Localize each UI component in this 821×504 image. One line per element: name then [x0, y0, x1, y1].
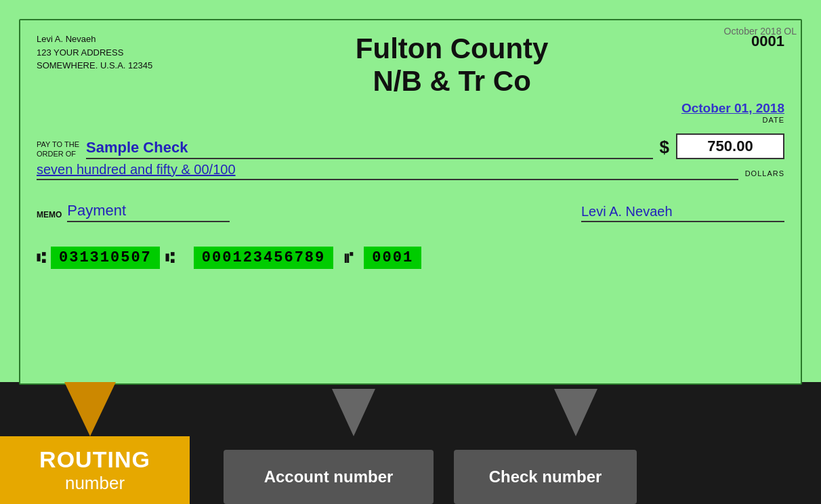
ol-label: October 2018 OL — [724, 26, 797, 37]
amount-box: 750.00 — [676, 133, 784, 159]
memo-label: MEMO — [37, 210, 62, 219]
micr-open-symbol: ⑆ — [37, 249, 45, 266]
date-value: October 01, 2018 — [681, 101, 784, 116]
pay-to-order-row: PAY TO THE ORDER OF Sample Check $ 750.0… — [37, 133, 784, 159]
routing-label-top: ROUTING — [39, 446, 150, 473]
written-amount-row: seven hundred and fifty & 00/100 DOLLARS — [37, 162, 784, 180]
micr-separator1 — [182, 251, 186, 265]
micr-account: 000123456789 — [194, 247, 333, 269]
routing-arrow — [64, 382, 116, 436]
signature-section: Levi A. Nevaeh — [581, 204, 784, 222]
routing-label-box: ROUTING number — [0, 436, 190, 504]
micr-row: ⑆ 031310507 ⑆ 000123456789 ⑈ 0001 — [37, 247, 784, 269]
holder-address1: 123 YOUR ADDRESS — [37, 46, 152, 60]
routing-label-bottom: number — [65, 473, 125, 494]
bottom-section: ROUTING number Account number Check numb… — [0, 379, 821, 504]
check-number-label-box: Check number — [454, 450, 637, 504]
written-amount: seven hundred and fifty & 00/100 — [37, 162, 738, 180]
signature-value: Levi A. Nevaeh — [581, 204, 673, 219]
memo-section: MEMO Payment — [37, 202, 230, 222]
account-holder-info: Levi A. Nevaeh 123 YOUR ADDRESS SOMEWHER… — [37, 33, 152, 72]
micr-routing: 031310507 — [51, 247, 160, 269]
payee-name: Sample Check — [86, 139, 188, 156]
holder-address2: SOMEWHERE. U.S.A. 12345 — [37, 59, 152, 72]
account-arrow — [332, 389, 375, 436]
bank-name: Fulton County N/B & Tr Co — [166, 33, 738, 98]
memo-value: Payment — [67, 202, 126, 219]
account-number-label: Account number — [264, 467, 394, 486]
check-inner: Levi A. Nevaeh 123 YOUR ADDRESS SOMEWHER… — [20, 20, 801, 383]
dollar-sign: $ — [660, 137, 669, 158]
micr-equals-symbol: ⑈ — [344, 249, 353, 266]
account-number-label-box: Account number — [224, 450, 434, 504]
date-section: October 01, 2018 DATE — [681, 101, 784, 124]
check-number-arrow — [554, 389, 597, 436]
micr-close-symbol: ⑆ — [165, 249, 174, 266]
memo-signature-row: MEMO Payment Levi A. Nevaeh — [37, 202, 784, 222]
dollars-label: DOLLARS — [745, 169, 784, 180]
pay-label: PAY TO THE ORDER OF — [37, 140, 79, 159]
check-number-label: Check number — [489, 467, 602, 486]
date-row: October 01, 2018 DATE — [37, 101, 784, 124]
check-container: Levi A. Nevaeh 123 YOUR ADDRESS SOMEWHER… — [19, 19, 802, 385]
payee-line: Sample Check — [86, 139, 653, 159]
micr-check-number: 0001 — [364, 247, 421, 269]
memo-line: Payment — [67, 202, 230, 222]
signature-line: Levi A. Nevaeh — [581, 204, 784, 222]
holder-name: Levi A. Nevaeh — [37, 33, 152, 46]
date-label: DATE — [681, 116, 784, 124]
check-top-row: Levi A. Nevaeh 123 YOUR ADDRESS SOMEWHER… — [37, 33, 784, 98]
